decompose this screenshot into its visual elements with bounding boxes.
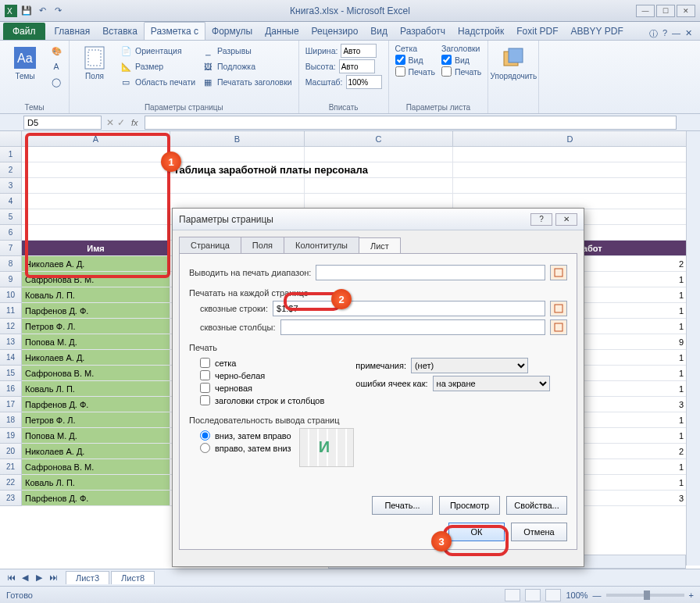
cell[interactable]: [22, 178, 170, 194]
row-header[interactable]: 18: [0, 412, 22, 428]
dialog-tab-sheet[interactable]: Лист: [359, 237, 401, 254]
row-header[interactable]: 21: [0, 459, 22, 475]
help-icon[interactable]: ?: [662, 28, 667, 40]
select-all-button[interactable]: [0, 131, 22, 146]
zoom-level[interactable]: 100%: [566, 591, 588, 600]
tab-home[interactable]: Главная: [48, 23, 97, 40]
cancel-button[interactable]: Отмена: [511, 523, 567, 541]
col-header-d[interactable]: D: [453, 131, 688, 146]
cell[interactable]: [22, 209, 170, 225]
cell[interactable]: [453, 147, 688, 162]
cell[interactable]: Коваль Л. П.: [22, 287, 170, 303]
themes-button[interactable]: Aa Темы: [6, 44, 44, 80]
sheet-tab-2[interactable]: Лист8: [111, 571, 155, 584]
formula-input[interactable]: [145, 116, 677, 130]
name-box[interactable]: D5: [23, 116, 102, 130]
tab-addins[interactable]: Надстройк: [452, 23, 510, 40]
row-header[interactable]: 9: [0, 272, 22, 287]
redo-icon[interactable]: ↷: [52, 5, 64, 17]
close-button[interactable]: ✕: [677, 5, 695, 17]
print-titles-button[interactable]: ▦Печатать заголовки: [202, 75, 292, 89]
ok-button[interactable]: ОК: [448, 523, 505, 541]
col-header-c[interactable]: C: [305, 131, 453, 146]
rows-to-repeat-input[interactable]: [273, 301, 545, 316]
rows-picker-button[interactable]: [550, 301, 567, 316]
print-area-button[interactable]: ▭Область печати: [120, 75, 195, 89]
dialog-tab-margins[interactable]: Поля: [241, 237, 284, 253]
over-then-down-radio[interactable]: вправо, затем вниз: [200, 443, 291, 453]
print-button[interactable]: Печать...: [372, 496, 433, 515]
down-then-over-radio[interactable]: вниз, затем вправо: [200, 430, 291, 441]
row-header[interactable]: 7: [0, 241, 22, 256]
mdi-min-icon[interactable]: —: [672, 28, 680, 40]
cancel-formula-icon[interactable]: ✕: [106, 117, 114, 128]
draft-checkbox[interactable]: черновая: [200, 383, 324, 393]
print-area-input[interactable]: [316, 265, 545, 280]
row-header[interactable]: 1: [0, 147, 22, 162]
sheet-nav-next-icon[interactable]: ▶: [33, 573, 45, 583]
theme-effects-button[interactable]: ◯: [50, 75, 62, 89]
cell[interactable]: [22, 225, 170, 241]
print-area-picker-button[interactable]: [550, 265, 567, 280]
cell[interactable]: [22, 147, 170, 162]
theme-fonts-button[interactable]: A: [50, 59, 62, 73]
tab-data[interactable]: Данные: [259, 23, 305, 40]
theme-colors-button[interactable]: 🎨: [50, 44, 62, 58]
cell[interactable]: Николаев А. Д.: [22, 444, 170, 459]
cell[interactable]: [305, 147, 453, 162]
tab-insert[interactable]: Вставка: [96, 23, 144, 40]
row-header[interactable]: 12: [0, 319, 22, 334]
dialog-close-button[interactable]: ✕: [555, 213, 577, 226]
sheet-nav-first-icon[interactable]: ⏮: [5, 573, 17, 583]
cell[interactable]: Имя: [22, 241, 170, 256]
tab-foxit[interactable]: Foxit PDF: [510, 23, 564, 40]
col-header-b[interactable]: B: [170, 131, 305, 146]
row-header[interactable]: 20: [0, 444, 22, 459]
dialog-tab-page[interactable]: Страница: [179, 237, 241, 253]
cell[interactable]: Сафронова В. М.: [22, 272, 170, 287]
page-layout-view-button[interactable]: [525, 589, 541, 601]
cell[interactable]: Парфенов Д. Ф.: [22, 303, 170, 319]
black-white-checkbox[interactable]: черно-белая: [200, 370, 324, 380]
row-header[interactable]: 17: [0, 397, 22, 412]
cell[interactable]: [170, 194, 305, 209]
orientation-button[interactable]: 📄Ориентация: [120, 44, 195, 58]
cell[interactable]: Парфенов Д. Ф.: [22, 397, 170, 412]
cell[interactable]: Коваль Л. П.: [22, 381, 170, 397]
row-header[interactable]: 2: [0, 162, 22, 178]
cell[interactable]: Парфенов Д. Ф.: [22, 491, 170, 506]
cell[interactable]: [170, 178, 305, 194]
row-header[interactable]: 14: [0, 350, 22, 366]
row-col-headings-checkbox[interactable]: заголовки строк и столбцов: [200, 395, 324, 405]
row-header[interactable]: 19: [0, 428, 22, 444]
cell[interactable]: [22, 162, 170, 178]
vertical-scrollbar[interactable]: [686, 131, 700, 566]
row-header[interactable]: 6: [0, 225, 22, 241]
enter-formula-icon[interactable]: ✓: [117, 117, 125, 128]
height-spinner[interactable]: Высота:: [305, 59, 382, 73]
background-button[interactable]: 🖼Подложка: [202, 59, 292, 73]
row-header[interactable]: 3: [0, 178, 22, 194]
properties-button[interactable]: Свойства...: [506, 496, 567, 515]
sheet-nav-prev-icon[interactable]: ◀: [19, 573, 31, 583]
row-header[interactable]: 10: [0, 287, 22, 303]
margins-button[interactable]: Поля: [76, 44, 113, 80]
cell[interactable]: Попова М. Д.: [22, 334, 170, 350]
cell[interactable]: [305, 194, 453, 209]
minimize-button[interactable]: —: [636, 5, 655, 17]
row-header[interactable]: 16: [0, 381, 22, 397]
breaks-button[interactable]: ⎯Разрывы: [202, 44, 292, 58]
cell[interactable]: [305, 162, 453, 178]
dialog-titlebar[interactable]: Параметры страницы ? ✕: [173, 209, 584, 230]
file-tab[interactable]: Файл: [3, 23, 45, 40]
size-button[interactable]: 📐Размер: [120, 59, 195, 73]
row-header[interactable]: 15: [0, 366, 22, 381]
tab-review[interactable]: Рецензиро: [305, 23, 365, 40]
cell[interactable]: Таблица заработной платы персонала: [170, 162, 305, 178]
cols-picker-button[interactable]: [550, 319, 567, 335]
maximize-button[interactable]: ☐: [656, 5, 675, 17]
dialog-tab-headerfooter[interactable]: Колонтитулы: [284, 237, 359, 253]
fx-icon[interactable]: fx: [131, 118, 138, 127]
row-header[interactable]: 22: [0, 475, 22, 491]
zoom-slider[interactable]: [606, 594, 684, 597]
